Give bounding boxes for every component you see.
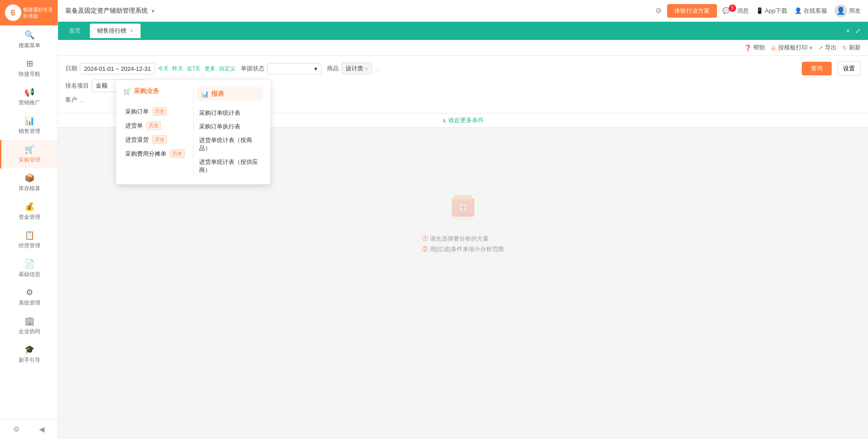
finance-icon: 💰 — [24, 202, 34, 212]
sidebar-item-quick-nav[interactable]: ⊞ 快捷导航 — [0, 54, 58, 83]
menu-incoming-stats-supplier[interactable]: 进货单统计表（按供应商） — [197, 155, 263, 177]
sidebar-item-label: 系统管理 — [19, 299, 40, 307]
service-icon: 👤 — [795, 7, 802, 14]
header-settings-icon[interactable]: ⚙ — [655, 6, 662, 15]
goods-dots[interactable]: ... — [375, 65, 380, 72]
date-quick-links: 今天 昨天 近7天 更多 自定义 — [158, 65, 235, 73]
refresh-btn[interactable]: ↻ 刷新 — [842, 44, 861, 52]
marketing-icon: 📢 — [24, 87, 34, 97]
rank-item-value: 金额 — [96, 82, 107, 90]
main-area: 装备及固定资产辅助管理系统 ▾ ⚙ 体验行业方案 💬 5 消息 📱 App下载 … — [58, 0, 868, 439]
purchase-col-title: 🛒 采购业务 — [123, 87, 190, 99]
sidebar-item-label: 新手引导 — [19, 356, 40, 364]
print-btn[interactable]: 🖨 按模板打印 ▾ — [770, 44, 813, 52]
mobile-icon: 📱 — [756, 7, 763, 14]
collapse-up-icon: ∧ — [442, 117, 447, 124]
sidebar-item-label: 搜索菜单 — [19, 42, 40, 49]
goods-tag[interactable]: 设计类 × — [341, 63, 372, 74]
online-service-item[interactable]: 👤 在线客服 — [795, 7, 827, 15]
order-status-filter: 单据状态 ▾ — [241, 63, 322, 74]
menu-incoming[interactable]: 进货单 历史 — [123, 118, 190, 133]
sidebar-item-purchase[interactable]: 🛒 采购管理 — [0, 140, 58, 168]
sidebar-item-label: 快捷导航 — [19, 70, 40, 78]
dropdown-purchase-col: 🛒 采购业务 采购订单 历史 进货单 历史 进货退货 历史 — [123, 87, 190, 177]
query-button[interactable]: 查询 — [802, 62, 832, 75]
tip-num-1: ① — [422, 235, 428, 242]
content-area: ❓ 帮助 🖨 按模板打印 ▾ ↗ 导出 ↻ 刷新 日期 — [58, 40, 868, 439]
date-link-yesterday[interactable]: 昨天 — [172, 65, 183, 73]
settings-footer-icon[interactable]: ⚙ — [13, 425, 20, 434]
goods-label: 商品 — [327, 64, 339, 73]
date-link-7days[interactable]: 近7天 — [187, 65, 201, 73]
message-label: 消息 — [737, 7, 749, 15]
sidebar-footer: ⚙ ◀ — [0, 419, 58, 439]
customer-dots[interactable]: ... — [80, 97, 85, 104]
header: 装备及固定资产辅助管理系统 ▾ ⚙ 体验行业方案 💬 5 消息 📱 App下载 … — [58, 0, 868, 22]
goods-tag-value: 设计类 — [346, 64, 363, 73]
user-label: 用友 — [849, 7, 861, 15]
content-toolbar: ❓ 帮助 🖨 按模板打印 ▾ ↗ 导出 ↻ 刷新 — [58, 40, 868, 56]
tip-num-2: ② — [422, 246, 428, 252]
sidebar-item-label: 基础信息 — [19, 271, 40, 278]
date-link-today[interactable]: 今天 — [158, 65, 169, 73]
goods-tag-close-icon[interactable]: × — [365, 66, 368, 71]
user-item[interactable]: 👤 用友 — [834, 5, 861, 17]
sidebar-item-operations[interactable]: 📋 经营管理 — [0, 226, 58, 254]
sidebar-logo: 6 畅捷通好生意 标准版 — [0, 0, 58, 25]
dropdown-arrow-icon[interactable]: ▾ — [151, 7, 155, 15]
empty-illustration — [440, 183, 486, 228]
sidebar-item-system[interactable]: ⚙ 系统管理 — [0, 283, 58, 311]
settings-button[interactable]: 设置 — [837, 61, 861, 76]
print-dropdown-icon[interactable]: ▾ — [809, 44, 813, 51]
chevron-down-icon: ▾ — [314, 65, 317, 72]
export-btn[interactable]: ↗ 导出 — [818, 44, 837, 52]
date-link-custom[interactable]: 自定义 — [219, 65, 235, 73]
dropdown-columns: 🛒 采购业务 采购订单 历史 进货单 历史 进货退货 历史 — [123, 87, 263, 177]
collapse-sidebar-icon[interactable]: ◀ — [39, 425, 44, 434]
tab-close-icon[interactable]: × — [130, 28, 133, 34]
online-service-label: 在线客服 — [804, 7, 827, 15]
sidebar-item-enterprise[interactable]: 🏢 企业协同 — [0, 311, 58, 340]
system-icon: ⚙ — [26, 287, 33, 297]
window-close-icon[interactable]: × — [846, 27, 850, 35]
sidebar-item-label: 采购管理 — [19, 156, 40, 164]
sidebar-item-label: 营销推广 — [19, 99, 40, 107]
sidebar-item-search[interactable]: 🔍 搜索菜单 — [0, 25, 58, 54]
menu-incoming-stats-goods[interactable]: 进货单统计表（按商品） — [197, 133, 263, 155]
search-icon: 🔍 — [24, 30, 34, 40]
sidebar-item-label: 经营管理 — [19, 242, 40, 250]
trial-btn[interactable]: 体验行业方案 — [667, 4, 717, 18]
menu-return[interactable]: 进货退货 历史 — [123, 133, 190, 147]
tab-sales-ranking[interactable]: 销售排行榜 × — [90, 24, 141, 38]
sidebar-item-newbie[interactable]: 🎓 新手引导 — [0, 340, 58, 369]
order-status-select[interactable]: ▾ — [267, 63, 322, 74]
enterprise-icon: 🏢 — [24, 316, 34, 326]
history-tag-3: 历史 — [152, 135, 167, 144]
menu-po-exec[interactable]: 采购订单执行表 — [197, 120, 263, 133]
app-download-item[interactable]: 📱 App下载 — [756, 7, 787, 15]
menu-purchase-order[interactable]: 采购订单 历史 — [123, 104, 190, 118]
sidebar-item-inventory[interactable]: 📦 库存核算 — [0, 168, 58, 197]
sidebar-item-basic-info[interactable]: 📄 基础信息 — [0, 254, 58, 283]
date-link-more[interactable]: 更多 — [205, 65, 215, 73]
po-stats-label: 采购订单统计表 — [199, 109, 240, 117]
tab-home[interactable]: 首页 — [62, 24, 88, 38]
date-range-input[interactable]: 2024-01-01 ~ 2024-12-31 — [80, 63, 155, 74]
sidebar-item-sales[interactable]: 📊 销售管理 — [0, 111, 58, 140]
date-range-value: 2024-01-01 ~ 2024-12-31 — [84, 65, 151, 72]
report-menu-icon: 📊 — [201, 90, 209, 98]
po-exec-label: 采购订单执行表 — [199, 123, 240, 131]
sidebar-item-finance[interactable]: 💰 资金管理 — [0, 197, 58, 226]
empty-text: ① 请先选择要分析的方案 ② 用[过滤]条件来缩小分析范围 — [422, 233, 504, 255]
window-expand-icon[interactable]: ⤢ — [855, 27, 861, 35]
logo-icon: 6 — [5, 5, 21, 21]
refresh-icon: ↻ — [842, 44, 847, 51]
menu-po-stats[interactable]: 采购订单统计表 — [197, 106, 263, 120]
menu-cost-spread[interactable]: 采购费用分摊单 历史 — [123, 147, 190, 161]
help-btn[interactable]: ❓ 帮助 — [744, 44, 765, 52]
message-item[interactable]: 💬 5 消息 — [722, 7, 749, 15]
dropdown-report-col: 📊 报表 采购订单统计表 采购订单执行表 进货单统计表（按商品） 进货单统计表（… — [197, 87, 263, 177]
basicinfo-icon: 📄 — [24, 259, 34, 269]
export-icon: ↗ — [818, 44, 823, 51]
sidebar-item-marketing[interactable]: 📢 营销推广 — [0, 83, 58, 111]
